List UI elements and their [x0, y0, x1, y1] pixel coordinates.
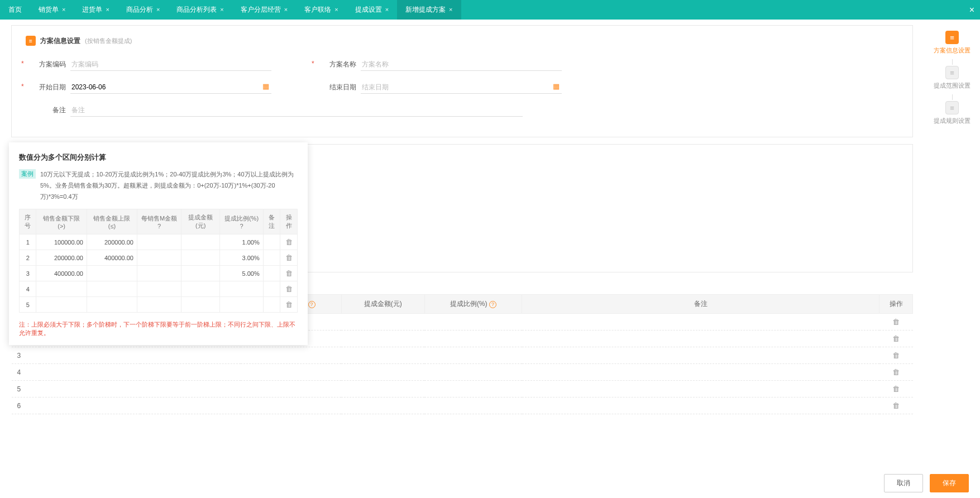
- step-icon: ≡: [945, 101, 959, 114]
- table-row[interactable]: 5🗑: [12, 381, 913, 398]
- code-input[interactable]: [70, 58, 271, 71]
- card-subtitle: (按销售金额提成): [85, 37, 132, 45]
- tab-sales-order[interactable]: 销货单×: [30, 0, 74, 20]
- step-range[interactable]: ≡ 提成范围设置: [934, 66, 971, 90]
- table-row: 1100000.00200000.001.00%🗑: [20, 234, 298, 250]
- plan-info-card: ≡ 方案信息设置 (按销售金额提成) 方案编码 方案名称 开始日期: [11, 25, 913, 137]
- trash-icon[interactable]: 🗑: [285, 269, 293, 277]
- trash-icon[interactable]: 🗑: [285, 285, 293, 293]
- close-icon[interactable]: ×: [449, 0, 452, 20]
- col-op: 操作: [879, 295, 913, 314]
- trash-icon[interactable]: 🗑: [892, 351, 900, 360]
- end-date-label: 结束日期: [316, 83, 361, 92]
- tab-product-analysis[interactable]: 商品分析×: [118, 0, 168, 20]
- table-row: 2200000.00400000.003.00%🗑: [20, 250, 298, 266]
- close-all-icon[interactable]: ×: [969, 5, 974, 15]
- trash-icon[interactable]: 🗑: [892, 401, 900, 410]
- code-label: 方案编码: [26, 60, 70, 69]
- table-row[interactable]: 4🗑: [12, 364, 913, 381]
- name-input[interactable]: [361, 58, 562, 71]
- example-text: 10万元以下无提成；10-20万元提成比例为1%；20-40万提成比例为3%；4…: [40, 169, 298, 202]
- tab-home[interactable]: 首页: [0, 0, 30, 20]
- table-row: 3400000.005.00%🗑: [20, 266, 298, 281]
- help-icon[interactable]: ?: [489, 301, 496, 308]
- table-row: 5🗑: [20, 297, 298, 313]
- step-icon: ≡: [945, 66, 959, 79]
- close-icon[interactable]: ×: [385, 0, 389, 20]
- col-amount: 提成金额(元): [341, 295, 424, 314]
- close-icon[interactable]: ×: [62, 0, 65, 20]
- step-plan-info[interactable]: ≡ 方案信息设置: [934, 31, 971, 55]
- calendar-icon[interactable]: ▦: [553, 82, 560, 90]
- close-icon[interactable]: ×: [156, 0, 160, 20]
- col-ratio: 提成比例(%) ?: [424, 295, 522, 314]
- tabs-bar: 首页 销货单× 进货单× 商品分析× 商品分析列表× 客户分层经营× 客户联络×…: [0, 0, 980, 20]
- help-icon[interactable]: ?: [308, 301, 315, 308]
- close-icon[interactable]: ×: [220, 0, 223, 20]
- close-icon[interactable]: ×: [334, 0, 338, 20]
- popup-note: 注：上限必须大于下限；多个阶梯时，下一个阶梯下限要等于前一阶梯上限；不同行之间下…: [19, 320, 298, 337]
- calendar-icon[interactable]: ▦: [262, 82, 269, 90]
- tab-purchase-order[interactable]: 进货单×: [74, 0, 117, 20]
- step-rule[interactable]: ≡ 提成规则设置: [934, 101, 971, 125]
- trash-icon[interactable]: 🗑: [892, 368, 900, 376]
- table-row[interactable]: 3🗑: [12, 347, 913, 364]
- trash-icon[interactable]: 🗑: [285, 238, 293, 246]
- example-tag: 案例: [19, 169, 36, 179]
- trash-icon[interactable]: 🗑: [892, 385, 900, 393]
- table-row: 4🗑: [20, 281, 298, 297]
- interval-example-popup: 数值分为多个区间分别计算 案例 10万元以下无提成；10-20万元提成比例为1%…: [9, 142, 308, 345]
- end-date-input[interactable]: [361, 81, 562, 94]
- step-icon: ≡: [945, 31, 959, 44]
- close-icon[interactable]: ×: [284, 0, 288, 20]
- card-title: 方案信息设置: [40, 36, 80, 46]
- example-table: 序号 销售金额下限 (>) 销售金额上限 (≤) 每销售M金额 ? 提成金额(元…: [19, 209, 298, 313]
- tab-customer-tier[interactable]: 客户分层经营×: [232, 0, 296, 20]
- start-date-label: 开始日期: [26, 83, 70, 92]
- tab-new-commission-plan[interactable]: 新增提成方案×: [397, 0, 461, 20]
- card-icon: ≡: [26, 36, 36, 46]
- start-date-input[interactable]: [70, 81, 271, 94]
- tab-product-analysis-list[interactable]: 商品分析列表×: [168, 0, 232, 20]
- tab-customer-contact[interactable]: 客户联络×: [296, 0, 346, 20]
- side-nav: ≡ 方案信息设置 ≡ 提成范围设置 ≡ 提成规则设置: [924, 20, 980, 459]
- trash-icon[interactable]: 🗑: [892, 334, 900, 343]
- col-remark: 备注: [522, 295, 879, 314]
- name-label: 方案名称: [316, 60, 361, 69]
- tab-commission-settings[interactable]: 提成设置×: [347, 0, 397, 20]
- remark-label: 备注: [26, 106, 70, 115]
- popup-title: 数值分为多个区间分别计算: [19, 152, 298, 162]
- trash-icon[interactable]: 🗑: [285, 300, 293, 309]
- trash-icon[interactable]: 🗑: [892, 318, 900, 326]
- close-icon[interactable]: ×: [106, 0, 109, 20]
- remark-input[interactable]: [70, 104, 523, 117]
- table-row[interactable]: 6🗑: [12, 398, 913, 414]
- trash-icon[interactable]: 🗑: [285, 253, 293, 262]
